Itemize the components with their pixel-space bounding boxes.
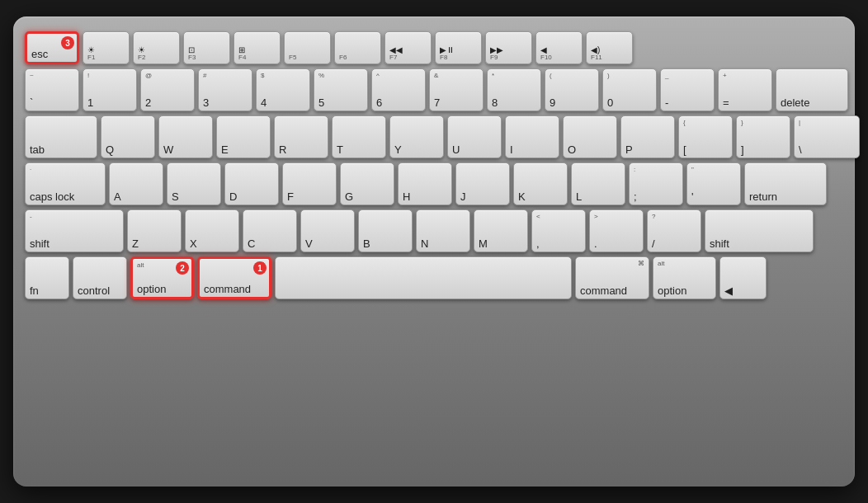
period-key[interactable]: > . xyxy=(589,209,644,252)
u-key[interactable]: U xyxy=(447,115,502,158)
quote-key[interactable]: " ' xyxy=(686,162,741,205)
i-key[interactable]: I xyxy=(505,115,559,158)
tilde-key[interactable]: ~ ` xyxy=(25,68,79,111)
v-key[interactable]: V xyxy=(300,209,355,252)
g-label: G xyxy=(345,191,353,202)
y-key[interactable]: Y xyxy=(389,115,444,158)
7-key[interactable]: & 7 xyxy=(429,68,484,111)
3-key[interactable]: # 3 xyxy=(198,68,252,111)
n-key[interactable]: N xyxy=(416,209,470,252)
9-key[interactable]: ( 9 xyxy=(545,68,599,111)
h-key[interactable]: H xyxy=(398,162,452,205)
command-left-key[interactable]: 1 ⌘ command xyxy=(197,256,271,299)
spacebar-key[interactable] xyxy=(275,256,572,299)
5-main: 5 xyxy=(318,97,324,108)
f5-label: F5 xyxy=(289,54,296,61)
f4-key[interactable]: ⊞ F4 xyxy=(234,31,281,64)
f7-key[interactable]: ◀◀ F7 xyxy=(384,31,432,64)
y-label: Y xyxy=(394,144,402,155)
o-label: O xyxy=(568,144,576,155)
s-key[interactable]: S xyxy=(167,162,221,205)
6-main: 6 xyxy=(376,97,382,108)
tilde-top: ~ xyxy=(30,72,34,79)
minus-key[interactable]: _ - xyxy=(660,68,715,111)
2-top: @ xyxy=(145,72,152,79)
return-key[interactable]: return xyxy=(744,162,827,205)
f9-key[interactable]: ▶▶ F9 xyxy=(485,31,532,64)
0-main: 0 xyxy=(607,97,613,108)
tab-key[interactable]: tab xyxy=(25,115,97,158)
f8-key[interactable]: ▶⏸ F8 xyxy=(435,31,482,64)
option-left-alt: alt xyxy=(137,261,144,269)
j-key[interactable]: J xyxy=(455,162,510,205)
2-key[interactable]: @ 2 xyxy=(140,68,195,111)
f5-key[interactable]: F5 xyxy=(284,31,331,64)
f1-label: F1 xyxy=(87,54,95,61)
semicolon-main: ; xyxy=(634,191,637,202)
f6-key[interactable]: F6 xyxy=(334,31,381,64)
arrow-left-key[interactable]: ◀ xyxy=(719,256,767,299)
k-label: K xyxy=(518,191,526,202)
comma-key[interactable]: < , xyxy=(531,209,586,252)
command-right-key[interactable]: ⌘ command xyxy=(575,256,649,299)
f1-key[interactable]: ☀ F1 xyxy=(83,31,130,64)
z-key[interactable]: Z xyxy=(127,209,182,252)
shift-right-key[interactable]: shift xyxy=(705,209,814,252)
period-top: > xyxy=(594,213,598,220)
4-key[interactable]: $ 4 xyxy=(256,68,310,111)
q-key[interactable]: Q xyxy=(101,115,155,158)
backslash-main: \ xyxy=(799,144,802,155)
slash-key[interactable]: ? / xyxy=(647,209,701,252)
5-key[interactable]: % 5 xyxy=(314,68,368,111)
lbracket-key[interactable]: { [ xyxy=(678,115,733,158)
f3-key[interactable]: ⊡ F3 xyxy=(183,31,230,64)
d-key[interactable]: D xyxy=(224,162,279,205)
r-key[interactable]: R xyxy=(274,115,328,158)
k-key[interactable]: K xyxy=(513,162,568,205)
l-key[interactable]: L xyxy=(571,162,625,205)
a-key[interactable]: A xyxy=(109,162,163,205)
semicolon-key[interactable]: : ; xyxy=(629,162,683,205)
1-key[interactable]: ! 1 xyxy=(83,68,137,111)
8-key[interactable]: * 8 xyxy=(487,68,541,111)
g-key[interactable]: G xyxy=(340,162,394,205)
command-right-symbol: ⌘ xyxy=(638,260,644,267)
h-label: H xyxy=(403,191,410,202)
m-key[interactable]: M xyxy=(474,209,528,252)
quote-main: ' xyxy=(691,191,693,202)
option-left-key[interactable]: 2 alt option xyxy=(130,256,194,299)
e-key[interactable]: E xyxy=(216,115,271,158)
control-label: control xyxy=(78,285,110,296)
rbracket-key[interactable]: } ] xyxy=(736,115,790,158)
equals-key[interactable]: + = xyxy=(718,68,772,111)
f-key[interactable]: F xyxy=(282,162,337,205)
esc-key[interactable]: 3 esc xyxy=(25,31,79,64)
3-top: # xyxy=(203,72,206,79)
6-key[interactable]: ^ 6 xyxy=(371,68,426,111)
f10-key[interactable]: ◀ F10 xyxy=(535,31,583,64)
p-key[interactable]: P xyxy=(620,115,675,158)
w-key[interactable]: W xyxy=(158,115,213,158)
c-key[interactable]: C xyxy=(243,209,297,252)
delete-label: delete xyxy=(781,97,809,108)
option-right-key[interactable]: alt option xyxy=(653,256,716,299)
b-key[interactable]: B xyxy=(358,209,413,252)
shift-left-key[interactable]: - shift xyxy=(25,209,124,252)
t-key[interactable]: T xyxy=(332,115,386,158)
f2-key[interactable]: ☀ F2 xyxy=(133,31,180,64)
x-key[interactable]: X xyxy=(185,209,239,252)
f11-key[interactable]: ◀) F11 xyxy=(586,31,633,64)
o-key[interactable]: O xyxy=(563,115,617,158)
rbracket-top: } xyxy=(741,119,743,126)
w-label: W xyxy=(163,144,173,155)
delete-key[interactable]: delete xyxy=(776,68,848,111)
f9-label: F9 xyxy=(490,54,498,61)
j-label: J xyxy=(460,191,466,202)
0-key[interactable]: ) 0 xyxy=(602,68,657,111)
control-key[interactable]: control xyxy=(73,256,127,299)
lbracket-main: [ xyxy=(683,144,686,155)
capslock-key[interactable]: · caps lock xyxy=(25,162,106,205)
backslash-key[interactable]: | \ xyxy=(794,115,860,158)
period-main: . xyxy=(594,238,597,249)
fn-key[interactable]: fn xyxy=(25,256,69,299)
